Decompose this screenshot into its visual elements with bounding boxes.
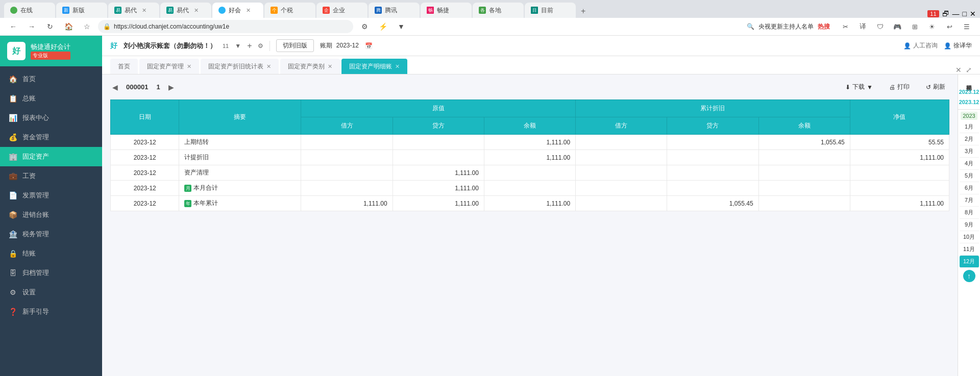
expand-icon[interactable]: ⤢ — [966, 66, 972, 74]
archive-icon: 🗄 — [8, 268, 17, 278]
collapse-icon[interactable]: ✕ — [955, 66, 962, 74]
browser-tab-muqian[interactable]: 目 目前 — [525, 3, 576, 18]
header-actions: 👤 人工咨询 👤 徐译华 — [903, 41, 972, 50]
browser-tab-haohui-close[interactable]: ✕ — [246, 7, 251, 14]
forward-button[interactable]: → — [24, 19, 39, 34]
browser-tab-gedi[interactable]: 各 各地 — [473, 3, 524, 18]
nav-arrows: ◀ 000001 1 ▶ — [110, 82, 176, 92]
month-item-1[interactable]: 1月 — [960, 121, 979, 133]
back-button[interactable]: ← — [6, 19, 20, 34]
sidebar: 好 畅捷通好会计 专业版 🏠 首页 📋 总账 📊 报表中心 💰 资金管理 — [0, 36, 102, 376]
page-tab-depreciation-stat-close[interactable]: ✕ — [266, 63, 271, 70]
sidebar-item-settings[interactable]: ⚙ 设置 — [0, 283, 102, 302]
prev-account-button[interactable]: ◀ — [110, 82, 120, 92]
shield-icon[interactable]: 🛡 — [873, 19, 887, 34]
browser-tab-changjie[interactable]: 畅 畅捷 — [421, 3, 472, 18]
browser-tab-yidai2[interactable]: 易 易代 ✕ — [160, 3, 211, 18]
sidebar-item-invoice[interactable]: 📄 发票管理 — [0, 186, 102, 205]
sidebar-item-fixed-asset[interactable]: 🏢 固定资产 — [0, 147, 102, 166]
extensions-button[interactable]: ⚙ — [357, 19, 372, 34]
refresh-button[interactable]: ↺ 刷新 — [922, 81, 949, 93]
new-tab-button[interactable]: + — [577, 5, 590, 18]
calendar-icon[interactable]: 📅 — [365, 42, 373, 49]
download-button[interactable]: ⬇ 下载 ▼ — [841, 81, 877, 93]
sidebar-item-invoice-label: 发票管理 — [22, 191, 49, 200]
browser-tab-new[interactable]: 新 新版 — [56, 3, 107, 18]
page-tab-fixed-mgmt[interactable]: 固定资产管理 ✕ — [139, 59, 199, 74]
month-item-6[interactable]: 6月 — [960, 182, 979, 194]
page-tab-asset-category-close[interactable]: ✕ — [328, 63, 332, 70]
browser-tab-online[interactable]: 在线 — [4, 3, 55, 18]
month-item-9[interactable]: 9月 — [960, 219, 979, 231]
page-tab-fixed-mgmt-close[interactable]: ✕ — [187, 63, 191, 70]
sidebar-item-inventory[interactable]: 📦 进销台账 — [0, 205, 102, 224]
browser-tab-yidai2-close[interactable]: ✕ — [194, 7, 199, 14]
salary-icon: 💼 — [8, 171, 17, 181]
month-item-8[interactable]: 8月 — [960, 207, 979, 219]
address-bar[interactable]: 🔒 https://cloud.chanjet.com/accounting/u… — [98, 20, 353, 33]
page-tab-asset-category[interactable]: 固定资产类别 ✕ — [280, 59, 340, 74]
window-close-icon[interactable]: ✕ — [970, 10, 976, 18]
minimize-icon[interactable]: — — [952, 10, 960, 18]
hot-search-label[interactable]: 热搜 — [818, 22, 830, 31]
theme-icon[interactable]: ☀ — [925, 19, 939, 34]
grid-icon[interactable]: ⊞ — [908, 19, 922, 34]
month-item-4[interactable]: 4月 — [960, 158, 979, 170]
row2-summary: 计提折旧 — [179, 150, 301, 165]
month-item-2[interactable]: 2月 — [960, 133, 979, 145]
reload-button[interactable]: ↻ — [43, 19, 57, 34]
month-item-5[interactable]: 5月 — [960, 170, 979, 182]
sidebar-item-tax[interactable]: 🏦 税务管理 — [0, 224, 102, 244]
menu-icon[interactable]: ☰ — [960, 19, 974, 34]
sidebar-item-fund[interactable]: 💰 资金管理 — [0, 128, 102, 147]
support-button[interactable]: 👤 人工咨询 — [903, 41, 938, 50]
browser-tab-qiye[interactable]: 企 企业 — [316, 3, 368, 18]
sidebar-logo: 好 畅捷通好会计 专业版 — [0, 36, 102, 66]
month-item-10[interactable]: 10月 — [960, 231, 979, 243]
browser-tab-yidai1-close[interactable]: ✕ — [142, 7, 146, 14]
home-nav-button[interactable]: 🏠 — [61, 19, 76, 34]
user-button[interactable]: 👤 徐译华 — [944, 41, 972, 50]
bookmark-button[interactable]: ☆ — [80, 19, 94, 34]
translate-icon[interactable]: 译 — [855, 19, 870, 34]
dropdown-button[interactable]: ▼ — [394, 19, 408, 34]
browser-tab-geshui[interactable]: 个 个税 — [264, 3, 315, 18]
page-tab-home[interactable]: 首页 — [110, 59, 138, 74]
scroll-up-icon[interactable]: ↑ — [963, 270, 975, 282]
sidebar-item-ledger-label: 总账 — [22, 94, 36, 103]
month-item-3[interactable]: 3月 — [960, 145, 979, 158]
sidebar-item-home[interactable]: 🏠 首页 — [0, 69, 102, 89]
sidebar-item-salary[interactable]: 💼 工资 — [0, 166, 102, 186]
page-tab-depreciation-stat[interactable]: 固定资产折旧统计表 ✕ — [201, 59, 279, 74]
browser-tab-tengxun[interactable]: 腾 腾讯 — [369, 3, 420, 18]
month-item-12[interactable]: 12月 — [960, 256, 979, 268]
undo-icon[interactable]: ↩ — [942, 19, 957, 34]
sidebar-item-guide[interactable]: ❓ 新手引导 — [0, 302, 102, 321]
page-tab-asset-detail-close[interactable]: ✕ — [395, 63, 400, 70]
page-tab-asset-detail[interactable]: 固定资产明细账 ✕ — [341, 59, 407, 74]
page-body: ◀ 000001 1 ▶ ⬇ 下载 ▼ 🖨 打印 — [102, 74, 980, 376]
sidebar-item-archive[interactable]: 🗄 归档管理 — [0, 263, 102, 283]
month-item-11[interactable]: 11月 — [960, 243, 979, 256]
add-icon[interactable]: + — [247, 41, 252, 51]
restore-icon[interactable]: 🗗 — [942, 10, 949, 18]
browser-tab-yidai1[interactable]: 易 易代 ✕ — [108, 3, 159, 18]
dropdown-arrow-icon[interactable]: ▼ — [235, 42, 241, 49]
print-button[interactable]: 🖨 打印 — [885, 81, 914, 93]
next-account-button[interactable]: ▶ — [166, 82, 176, 92]
browser-tab-haohui[interactable]: 好会 ✕ — [212, 3, 263, 18]
inventory-icon: 📦 — [8, 210, 17, 219]
row3-orig-credit: 1,111.00 — [393, 165, 484, 181]
main-content: 好 刘小艳演示账套（勿删勿动！） 11 ▼ + ⚙ 切到旧版 账期 2023-1… — [102, 36, 980, 376]
scissors-icon[interactable]: ✂ — [838, 19, 852, 34]
maximize-icon[interactable]: □ — [963, 10, 967, 18]
sidebar-item-closing[interactable]: 🔒 结账 — [0, 244, 102, 263]
refresh-icon: ↺ — [926, 84, 931, 91]
sidebar-item-ledger[interactable]: 📋 总账 — [0, 89, 102, 108]
month-item-7[interactable]: 7月 — [960, 194, 979, 207]
switch-version-button[interactable]: 切到旧版 — [276, 39, 314, 52]
game-icon[interactable]: 🎮 — [890, 19, 904, 34]
boost-button[interactable]: ⚡ — [376, 19, 390, 34]
sidebar-item-report[interactable]: 📊 报表中心 — [0, 108, 102, 128]
settings-small-icon[interactable]: ⚙ — [258, 42, 263, 49]
